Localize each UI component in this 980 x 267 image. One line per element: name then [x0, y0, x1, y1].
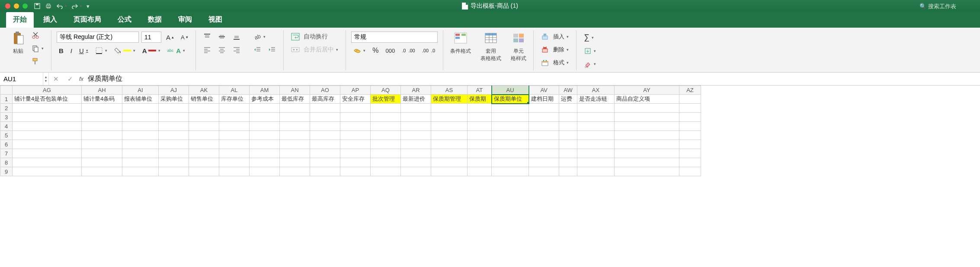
cell-AY1[interactable]: 商品自定义项: [615, 95, 679, 104]
cell-AW4[interactable]: [559, 122, 577, 131]
cell-AU1[interactable]: 保质期单位: [492, 95, 529, 104]
cell-AM7[interactable]: [250, 149, 280, 158]
row-header-3[interactable]: 3: [0, 113, 13, 122]
cell-AQ2[interactable]: [371, 104, 401, 113]
cell-AZ5[interactable]: [679, 131, 701, 140]
cell-AO9[interactable]: [310, 167, 340, 176]
cell-AP3[interactable]: [340, 113, 371, 122]
cell-AT2[interactable]: [468, 104, 492, 113]
cell-AI5[interactable]: [122, 131, 159, 140]
cell-AJ4[interactable]: [159, 122, 189, 131]
comma-button[interactable]: 000: [384, 46, 397, 55]
col-header-AR[interactable]: AR: [401, 86, 431, 95]
cell-AP7[interactable]: [340, 149, 371, 158]
font-name-combo[interactable]: [57, 32, 139, 43]
cell-AQ7[interactable]: [371, 149, 401, 158]
cell-AK7[interactable]: [189, 149, 219, 158]
format-painter-button[interactable]: [29, 56, 46, 67]
cell-AS1[interactable]: 保质期管理: [431, 95, 468, 104]
cell-AL6[interactable]: [219, 140, 250, 149]
cut-button[interactable]: [29, 30, 46, 41]
row-header-5[interactable]: 5: [0, 131, 13, 140]
col-header-AO[interactable]: AO: [310, 86, 340, 95]
bold-button[interactable]: B: [57, 46, 66, 56]
col-header-AP[interactable]: AP: [340, 86, 371, 95]
row-header-9[interactable]: 9: [0, 167, 13, 176]
decrease-decimal-button[interactable]: .00.0: [420, 46, 437, 55]
cell-AJ5[interactable]: [159, 131, 189, 140]
cell-AG7[interactable]: [13, 149, 82, 158]
cell-AN3[interactable]: [280, 113, 310, 122]
cell-AV7[interactable]: [529, 149, 559, 158]
tab-数据[interactable]: 数据: [141, 12, 169, 28]
cell-AP2[interactable]: [340, 104, 371, 113]
cell-AH3[interactable]: [82, 113, 122, 122]
col-header-AS[interactable]: AS: [431, 86, 468, 95]
cell-AZ2[interactable]: [679, 104, 701, 113]
col-header-AT[interactable]: AT: [468, 86, 492, 95]
cell-AK3[interactable]: [189, 113, 219, 122]
cell-AQ5[interactable]: [371, 131, 401, 140]
cell-AM6[interactable]: [250, 140, 280, 149]
cell-AX3[interactable]: [577, 113, 615, 122]
cell-AN5[interactable]: [280, 131, 310, 140]
row-header-6[interactable]: 6: [0, 140, 13, 149]
cell-AQ3[interactable]: [371, 113, 401, 122]
cell-AY2[interactable]: [615, 104, 679, 113]
cell-AW1[interactable]: 运费: [559, 95, 577, 104]
cell-AL8[interactable]: [219, 158, 250, 167]
italic-button[interactable]: I: [68, 46, 74, 56]
cell-AP6[interactable]: [340, 140, 371, 149]
cell-AV5[interactable]: [529, 131, 559, 140]
cell-AJ2[interactable]: [159, 104, 189, 113]
cell-AM3[interactable]: [250, 113, 280, 122]
cell-AG2[interactable]: [13, 104, 82, 113]
orientation-button[interactable]: ab: [251, 32, 268, 42]
cell-AR6[interactable]: [401, 140, 431, 149]
cell-AN6[interactable]: [280, 140, 310, 149]
name-box[interactable]: [0, 73, 43, 85]
cell-AK1[interactable]: 销售单位: [189, 95, 219, 104]
cell-AI2[interactable]: [122, 104, 159, 113]
cell-AT7[interactable]: [468, 149, 492, 158]
cell-AT3[interactable]: [468, 113, 492, 122]
cell-AY6[interactable]: [615, 140, 679, 149]
decrease-font-button[interactable]: A▾: [179, 33, 190, 42]
search-box[interactable]: 🔍: [919, 3, 976, 10]
cell-AK5[interactable]: [189, 131, 219, 140]
delete-cells-button[interactable]: 删除: [539, 44, 571, 55]
cell-AN4[interactable]: [280, 122, 310, 131]
cell-AL5[interactable]: [219, 131, 250, 140]
cell-AS6[interactable]: [431, 140, 468, 149]
cell-AG4[interactable]: [13, 122, 82, 131]
save-icon[interactable]: [34, 3, 41, 10]
cell-AH5[interactable]: [82, 131, 122, 140]
cell-AX8[interactable]: [577, 158, 615, 167]
paste-button[interactable]: 粘贴: [10, 30, 26, 67]
cell-AH2[interactable]: [82, 104, 122, 113]
cell-AR5[interactable]: [401, 131, 431, 140]
cell-AO3[interactable]: [310, 113, 340, 122]
cell-AN7[interactable]: [280, 149, 310, 158]
col-header-AV[interactable]: AV: [529, 86, 559, 95]
cell-AK6[interactable]: [189, 140, 219, 149]
col-header-AM[interactable]: AM: [250, 86, 280, 95]
cell-AJ9[interactable]: [159, 167, 189, 176]
cell-AJ3[interactable]: [159, 113, 189, 122]
fill-color-button[interactable]: [112, 46, 138, 55]
align-right-button[interactable]: [231, 44, 243, 55]
cell-AU6[interactable]: [492, 140, 529, 149]
format-as-table-button[interactable]: 套用 表格格式: [479, 30, 503, 63]
tab-审阅[interactable]: 审阅: [171, 12, 199, 28]
cell-AZ1[interactable]: [679, 95, 701, 104]
cell-AW8[interactable]: [559, 158, 577, 167]
cell-AQ6[interactable]: [371, 140, 401, 149]
cell-AU3[interactable]: [492, 113, 529, 122]
cell-AM9[interactable]: [250, 167, 280, 176]
cell-AO7[interactable]: [310, 149, 340, 158]
cell-AS8[interactable]: [431, 158, 468, 167]
cell-AX4[interactable]: [577, 122, 615, 131]
name-box-stepper[interactable]: ▲▼: [43, 73, 49, 85]
cell-AS7[interactable]: [431, 149, 468, 158]
col-header-AN[interactable]: AN: [280, 86, 310, 95]
